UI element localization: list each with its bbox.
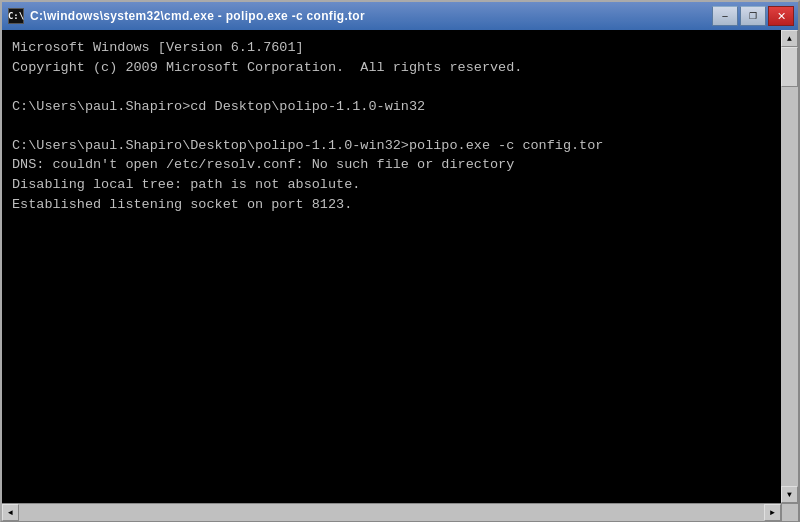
h-scrollbar-track[interactable] [19,504,764,521]
scrollbar-corner [781,504,798,521]
console-area: Microsoft Windows [Version 6.1.7601] Cop… [2,30,798,503]
minimize-button[interactable]: − [712,6,738,26]
window-icon: C:\ [8,8,24,24]
restore-button[interactable]: ❐ [740,6,766,26]
icon-label: C:\ [8,11,24,21]
scroll-up-button[interactable]: ▲ [781,30,798,47]
window-controls: − ❐ ✕ [712,6,794,26]
console-output: Microsoft Windows [Version 6.1.7601] Cop… [12,38,788,214]
scroll-left-button[interactable]: ◄ [2,504,19,521]
bottom-bar: ◄ ► [2,503,798,520]
scroll-down-button[interactable]: ▼ [781,486,798,503]
window-title: C:\windows\system32\cmd.exe - polipo.exe… [30,9,365,23]
scrollbar-track[interactable] [781,47,798,486]
vertical-scrollbar[interactable]: ▲ ▼ [781,30,798,503]
titlebar-left: C:\ C:\windows\system32\cmd.exe - polipo… [8,8,365,24]
cmd-window: C:\ C:\windows\system32\cmd.exe - polipo… [0,0,800,522]
scroll-right-button[interactable]: ► [764,504,781,521]
scrollbar-thumb[interactable] [781,47,798,87]
horizontal-scrollbar[interactable]: ◄ ► [2,504,781,521]
titlebar: C:\ C:\windows\system32\cmd.exe - polipo… [2,2,798,30]
close-button[interactable]: ✕ [768,6,794,26]
